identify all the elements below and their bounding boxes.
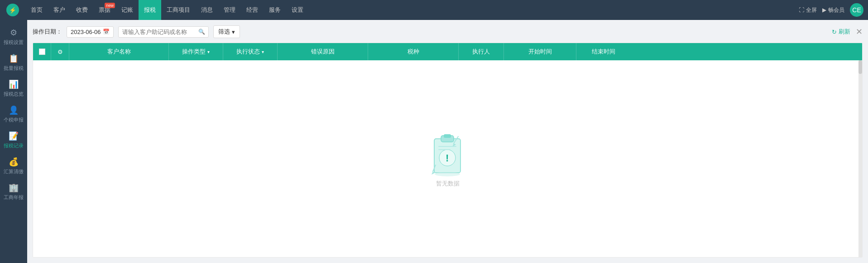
th-exec-status[interactable]: 执行状态 ▾ [223, 43, 278, 60]
user-avatar[interactable]: CE [850, 3, 863, 17]
th-operation-type[interactable]: 操作类型 ▾ [169, 43, 223, 60]
nav-message[interactable]: 消息 [196, 0, 218, 20]
nav-settings[interactable]: 设置 [286, 0, 309, 20]
sidebar-item-batch-tax[interactable]: 📋 批量报税 [0, 49, 27, 75]
svg-text:⚡: ⚡ [9, 6, 17, 14]
nav-fee[interactable]: 收费 [71, 0, 93, 20]
sidebar-item-individual-tax[interactable]: 👤 个税申报 [0, 101, 27, 127]
sidebar-item-tax-settings[interactable]: ⚙ 报税设置 [0, 24, 27, 49]
date-picker[interactable]: 2023-06-06 📅 [67, 26, 114, 38]
sort-icon-exec-status: ▾ [262, 49, 264, 54]
filter-label: 筛选 [218, 28, 230, 36]
nav-ticket[interactable]: 票据 new [93, 0, 116, 20]
settlement-icon: 💰 [8, 156, 19, 167]
fullscreen-button[interactable]: ⛶ 全屏 [799, 6, 817, 14]
th-executor: 执行人 [459, 43, 504, 60]
top-navigation: ⚡ 首页 客户 收费 票据 new 记账 报税 工商项目 消息 管理 经营 服务… [0, 0, 868, 20]
close-button[interactable]: ✕ [856, 27, 863, 37]
tax-records-icon: 📝 [8, 131, 19, 141]
nav-service[interactable]: 服务 [264, 0, 286, 20]
app-logo[interactable]: ⚡ [5, 2, 21, 18]
nav-operation[interactable]: 经营 [241, 0, 264, 20]
nav-bizproject[interactable]: 工商项目 [161, 0, 196, 20]
search-icon[interactable]: 🔍 [198, 29, 205, 35]
th-error-reason: 错误原因 [278, 43, 368, 60]
tax-settings-icon: ⚙ [8, 27, 19, 38]
svg-point-11 [435, 172, 460, 176]
th-tax-type: 税种 [368, 43, 459, 60]
sidebar-item-tax-overview[interactable]: 📊 报税总览 [0, 75, 27, 101]
sort-icon-operation-type: ▾ [207, 49, 210, 54]
svg-text:!: ! [446, 152, 449, 164]
select-all-checkbox[interactable] [39, 49, 45, 55]
nav-management[interactable]: 管理 [218, 0, 241, 20]
member-icon: ▶ [822, 7, 826, 13]
th-end-time: 结束时间 [576, 43, 631, 60]
chevron-down-icon: ▾ [232, 29, 235, 35]
th-client-name: 客户名称 [69, 43, 169, 60]
table-header: ⚙ 客户名称 操作类型 ▾ 执行状态 ▾ 错误原因 税种 [33, 43, 862, 60]
sidebar: ⚙ 报税设置 📋 批量报税 📊 报税总览 👤 个税申报 📝 报税记录 💰 汇算清… [0, 20, 27, 263]
member-button[interactable]: ▶ 畅会员 [822, 6, 844, 14]
individual-tax-icon: 👤 [8, 105, 19, 116]
new-badge: new [105, 3, 115, 8]
th-checkbox[interactable] [33, 43, 51, 60]
batch-tax-icon: 📋 [8, 53, 19, 64]
nav-client[interactable]: 客户 [48, 0, 71, 20]
toolbar: 操作日期： 2023-06-06 📅 🔍 筛选 ▾ ↻ 刷新 ✕ [33, 25, 863, 38]
table-container: ⚙ 客户名称 操作类型 ▾ 执行状态 ▾ 错误原因 税种 [33, 43, 863, 258]
date-label: 操作日期： [33, 28, 62, 36]
scroll-thumb[interactable] [858, 60, 862, 74]
search-input[interactable] [122, 29, 198, 35]
scrollbar[interactable] [858, 60, 862, 257]
nav-bookkeeping[interactable]: 记账 [116, 0, 139, 20]
svg-rect-4 [444, 134, 451, 138]
filter-button[interactable]: 筛选 ▾ [213, 25, 240, 38]
nav-tax[interactable]: 报税 [139, 0, 161, 20]
gear-icon: ⚙ [58, 49, 63, 55]
sidebar-item-annual-report[interactable]: 🏢 工商年报 [0, 179, 27, 205]
th-gear[interactable]: ⚙ [51, 43, 69, 60]
refresh-icon: ↻ [832, 29, 837, 35]
table-body: ! [33, 60, 862, 257]
content-area: 操作日期： 2023-06-06 📅 🔍 筛选 ▾ ↻ 刷新 ✕ [27, 20, 868, 263]
tax-overview-icon: 📊 [8, 79, 19, 90]
search-box[interactable]: 🔍 [118, 26, 209, 38]
nav-home[interactable]: 首页 [25, 0, 48, 20]
main-layout: ⚙ 报税设置 📋 批量报税 📊 报税总览 👤 个税申报 📝 报税记录 💰 汇算清… [0, 20, 868, 263]
empty-text: 暂无数据 [436, 180, 460, 188]
top-nav-right: ⛶ 全屏 ▶ 畅会员 CE [799, 3, 863, 17]
sidebar-item-settlement[interactable]: 💰 汇算清缴 [0, 153, 27, 179]
date-value: 2023-06-06 [71, 29, 101, 35]
th-start-time: 开始时间 [504, 43, 576, 60]
empty-illustration: ! [427, 130, 468, 175]
toolbar-right: ↻ 刷新 ✕ [832, 27, 863, 37]
annual-report-icon: 🏢 [8, 182, 19, 193]
sidebar-item-tax-records[interactable]: 📝 报税记录 [0, 127, 27, 153]
calendar-icon: 📅 [103, 29, 110, 35]
fullscreen-icon: ⛶ [799, 7, 804, 13]
nav-items: 首页 客户 收费 票据 new 记账 报税 工商项目 消息 管理 经营 服务 设… [25, 0, 799, 20]
refresh-button[interactable]: ↻ 刷新 [832, 28, 850, 36]
empty-state: ! [414, 116, 482, 201]
